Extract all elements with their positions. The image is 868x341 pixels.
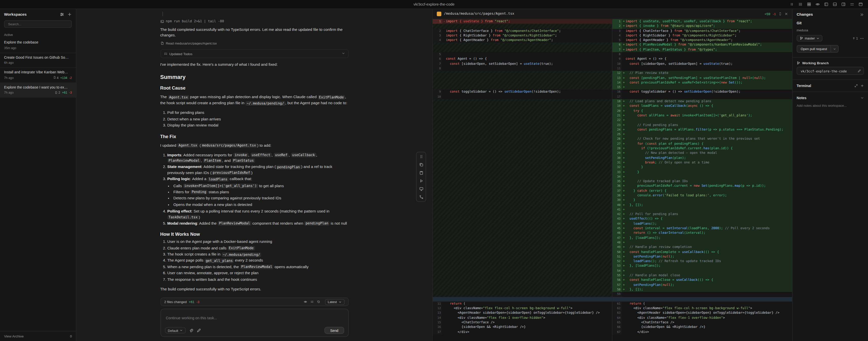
updated-todos[interactable]: Updated Todos [160, 49, 348, 58]
clipboard-icon[interactable] [419, 170, 423, 175]
diff-row: 45+ const interval = setInterval(loadPla… [612, 226, 792, 231]
diff-hunk-separator[interactable] [433, 297, 612, 302]
code-line: const [pendingPlan, setPendingPlan] = us… [626, 75, 792, 81]
line-number: 13 [433, 311, 442, 316]
line-number: 9 [433, 90, 442, 95]
diff-row: 67 </div> [612, 330, 792, 334]
pencil-icon[interactable] [857, 69, 861, 72]
diff-marker: + [622, 48, 626, 52]
chat-scroll-area[interactable]: npm run build 2>&1 | tail -80The build c… [76, 9, 432, 295]
diff-header: /medusa/medusa/src/pages/Agent.tsx +59 -… [433, 9, 792, 19]
plus-icon[interactable] [67, 12, 72, 17]
files-changed-bar[interactable]: 2 files changed +61 -3 Latest [160, 298, 348, 306]
rows-icon[interactable] [850, 2, 854, 7]
line-number: 36 [612, 184, 622, 189]
workspace-item-badges: 2+61-3 [55, 91, 72, 94]
diff-row: 13+ const [pendingPlan, setPendingPlan] … [612, 75, 792, 81]
view-archive-row[interactable]: View Archive 0 [0, 331, 76, 341]
diff-filler-row [433, 85, 612, 90]
diff-hunk-separator[interactable] [612, 297, 792, 302]
layout-bottom-icon[interactable] [833, 2, 837, 7]
columns-icon[interactable] [798, 2, 803, 7]
eye-icon[interactable] [303, 300, 307, 304]
diff-row: 8 [433, 66, 612, 71]
diff-row: 17 </div> [433, 330, 612, 334]
arrow-up-icon [852, 37, 856, 40]
text-segment: , [248, 153, 250, 157]
rows-icon[interactable] [310, 300, 314, 304]
code-line: setPendingPlan(null); [626, 254, 792, 259]
line-number: 32 [612, 165, 622, 170]
notes-section[interactable]: Notes [793, 93, 868, 103]
text-segment: Calls [173, 183, 183, 188]
workspace-item[interactable]: Install and integrate Vibe Kanban Web…7h… [0, 68, 76, 83]
close-icon[interactable] [784, 12, 788, 16]
open-pull-request-button[interactable]: Open pull request [797, 45, 839, 53]
line-number: 43 [612, 217, 622, 222]
notes-placeholder[interactable]: Add notes about this workspace... [793, 103, 868, 111]
play-icon[interactable] [419, 179, 423, 183]
diff-row: 13 <AgentHeader sidebarOpen={sidebarOpen… [433, 311, 612, 316]
more-options-icon[interactable] [860, 36, 864, 40]
pen-icon[interactable] [196, 328, 201, 333]
diff-body[interactable]: 1-import { useState } from "react";2impo… [433, 19, 792, 341]
paperclip-icon[interactable] [189, 328, 193, 333]
message-input[interactable] [165, 315, 346, 321]
window-icon[interactable] [858, 2, 863, 7]
monitor-icon[interactable] [419, 187, 423, 191]
workspace-item[interactable]: Explore the codebase35m ago [0, 38, 76, 53]
file-count: 2 [58, 91, 60, 94]
layout-left-icon[interactable] [824, 2, 829, 7]
terminal-section[interactable]: Terminal [793, 81, 868, 91]
working-branch-input[interactable] [800, 68, 856, 73]
line-number: 45 [612, 226, 622, 231]
diff-marker [622, 57, 626, 62]
diff-marker [442, 90, 446, 95]
chat-messages: npm run build 2>&1 | tail -80The build c… [160, 12, 348, 292]
code-line [446, 52, 612, 57]
pause-icon[interactable] [789, 2, 794, 7]
workspace-item[interactable]: Explore the codebase I want you to ex…7h… [0, 83, 76, 98]
unfold-icon[interactable] [778, 12, 782, 16]
workspace-item-title: Install and integrate Vibe Kanban Web… [4, 70, 72, 74]
message-composer[interactable]: Default Send [160, 309, 348, 337]
diff-filler-row [433, 188, 612, 193]
send-button[interactable]: Send [325, 327, 344, 334]
diff-row: 56+ const handlePlanClose = useCallback(… [612, 278, 792, 283]
diff-marker [622, 306, 626, 311]
collapse-right-icon[interactable] [860, 12, 864, 17]
diff-row: 33+ } [612, 170, 792, 175]
plus-icon[interactable] [860, 84, 864, 88]
history-icon[interactable] [317, 300, 320, 304]
diff-marker [622, 61, 626, 66]
read-file[interactable]: Read medusa/src/pages/Agent.tsx [160, 42, 348, 45]
diff-marker [622, 330, 626, 334]
diff-filler-row [433, 217, 612, 222]
bold-segment: State management [167, 165, 202, 169]
latest-dropdown[interactable]: Latest [325, 299, 344, 305]
grid-icon[interactable] [807, 2, 811, 7]
layout-right-icon[interactable] [841, 2, 846, 7]
diff-filler-row [433, 160, 612, 165]
eye-icon[interactable] [815, 2, 820, 7]
diff-filler-row [433, 132, 612, 137]
git-graph-icon[interactable] [419, 195, 423, 199]
workspace-search[interactable] [4, 20, 72, 28]
model-selector[interactable]: Default [165, 327, 186, 333]
code-line: setPendingPlan(null); [626, 283, 792, 287]
diff-row: 31+ break; // Only open one at a time [612, 160, 792, 165]
terminal-command[interactable]: npm run build 2>&1 | tail -80 [160, 19, 348, 23]
branch-selector[interactable]: master [797, 35, 823, 41]
copy-icon[interactable] [419, 162, 423, 167]
drag-handle-icon[interactable] [419, 154, 423, 159]
tool-label: Read medusa/src/pages/Agent.tsx [166, 42, 217, 45]
diff-filler-row [433, 179, 612, 184]
heading: Root Cause [160, 86, 348, 91]
working-branch-field[interactable] [797, 67, 864, 75]
workspace-item[interactable]: Create Good First Issues on Github So…6h… [0, 53, 76, 68]
code-line: const toggleSidebar = () => setSidebarOp… [626, 90, 792, 95]
search-input[interactable] [7, 22, 69, 26]
sliders-icon[interactable] [60, 12, 64, 17]
notes-label: Notes [797, 96, 807, 100]
expand-icon[interactable] [854, 84, 858, 88]
